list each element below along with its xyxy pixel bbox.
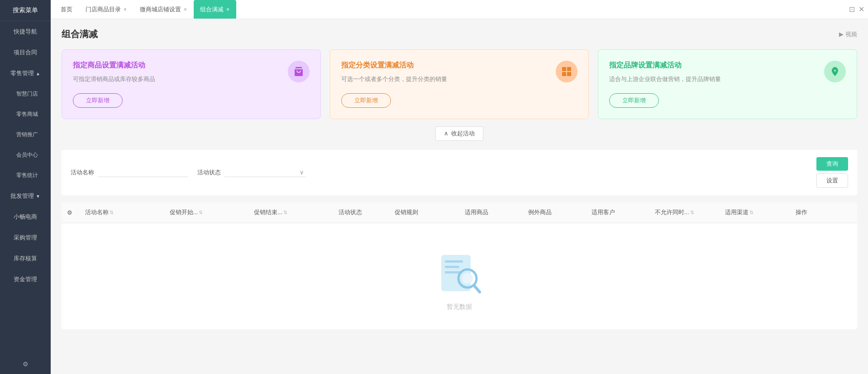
sidebar-item-label: 零售统计 [16,172,38,179]
sidebar-item-label: 会员中心 [16,151,38,159]
th-name: 活动名称 ⇅ [85,208,170,216]
brand-icon [824,61,846,82]
category-icon [556,61,577,82]
activity-name-input[interactable] [98,168,188,177]
svg-rect-4 [567,72,571,76]
page-content: 组合满减 ▶ 视频 指定商品设置满减活动 可指定滞销商品或库存较多商品 [51,19,868,374]
chevron-up-icon: ▲ [36,71,40,76]
sidebar-item-inventory-calc[interactable]: 库存核算 [0,248,51,269]
tab-combo-discount[interactable]: 组合满减 × [194,0,236,19]
close-tab-store-catalog[interactable]: × [124,6,127,13]
sidebar-item-wholesale-mgmt[interactable]: 批发管理 ▼ [0,186,51,206]
sidebar-item-label: 资金管理 [14,275,37,283]
sidebar-item-retail-mgmt[interactable]: 零售管理 ▲ [0,63,51,84]
sidebar-item-label: 零售商城 [16,110,38,118]
svg-rect-8 [445,271,461,273]
card-category-desc: 可选一个或者多个分类，提升分类的销量 [341,75,578,84]
tab-wechat-store-settings[interactable]: 微商城店铺设置 × [134,0,194,19]
th-goods: 适用商品 [465,208,528,216]
th-rule: 促销规则 [395,208,465,216]
card-brand: 指定品牌设置满减活动 适合与上游企业联合做营销，提升品牌销量 立即新增 [598,49,857,119]
play-icon: ▶ [839,31,844,38]
video-link[interactable]: ▶ 视频 [839,30,857,38]
gear-icon: ⚙ [67,209,72,216]
close-icon[interactable]: ✕ [858,5,864,14]
chevron-down-icon: ▼ [36,194,40,199]
filter-activity-name: 活动名称 [71,168,188,177]
sort-icon[interactable]: ⇅ [749,210,754,216]
card-brand-add-btn[interactable]: 立即新增 [609,93,659,108]
th-end: 促销结束... ⇅ [254,208,339,216]
sidebar-item-label: 库存核算 [14,254,37,263]
svg-line-10 [474,285,480,292]
sort-icon[interactable]: ⇅ [690,210,694,216]
sidebar-item-xiaoxi-ecom[interactable]: 小畅电商 [0,206,51,227]
th-notallow: 不允许同时... ⇅ [655,208,725,216]
sidebar-item-retail-stats[interactable]: 零售统计 [0,165,51,186]
card-category-add-btn[interactable]: 立即新增 [341,93,391,108]
filter-row: 活动名称 活动状态 ∨ 查询 设置 [62,150,857,195]
page-header: 组合满减 ▶ 视频 [62,28,857,40]
expand-icon[interactable]: ⊡ [849,5,855,14]
card-goods-desc: 可指定滞销商品或库存较多商品 [73,75,310,84]
query-button[interactable]: 查询 [816,157,848,171]
sidebar-item-member-center[interactable]: 会员中心 [0,145,51,165]
activity-table: ⚙ 活动名称 ⇅ 促销开始... ⇅ 促销结束... ⇅ 活动状态 [62,202,857,329]
chevron-up-icon: ∧ [444,130,448,137]
activity-status-select[interactable]: ∨ [224,168,306,177]
filter-buttons: 查询 设置 [816,157,848,188]
window-controls: ⊡ ✕ [849,5,864,14]
settings-icon[interactable]: ⚙ [0,354,51,374]
sidebar-item-label: 采购管理 [14,234,37,242]
sort-icon[interactable]: ⇅ [283,210,287,216]
svg-rect-3 [562,72,566,76]
th-customer: 适用客户 [591,208,655,216]
card-category-title: 指定分类设置满减活动 [341,61,578,70]
sidebar-item-capital-mgmt[interactable]: 资金管理 [0,269,51,290]
th-channel: 适用渠道 ⇅ [725,208,795,216]
svg-point-11 [462,273,473,284]
close-tab-combo-discount[interactable]: × [226,6,229,13]
card-brand-desc: 适合与上游企业联合做营销，提升品牌销量 [609,75,846,84]
card-goods-title: 指定商品设置满减活动 [73,61,310,70]
collapse-activities-btn[interactable]: ∧ 收起活动 [435,126,483,141]
sidebar-item-marketing[interactable]: 营销推广 [0,125,51,145]
svg-rect-1 [562,67,566,71]
sidebar-item-label: 快捷导航 [14,28,37,36]
sidebar-item-smart-store[interactable]: 智慧门店 [0,84,51,104]
sidebar-search[interactable]: 搜索菜单 [0,0,51,21]
empty-text: 暂无数据 [447,303,472,311]
th-settings[interactable]: ⚙ [67,209,85,216]
sort-icon[interactable]: ⇅ [199,210,203,216]
sidebar-item-quick-nav[interactable]: 快捷导航 [0,21,51,42]
tab-home[interactable]: 首页 [54,0,79,19]
tab-bar: 首页 门店商品目录 × 微商城店铺设置 × 组合满减 × ⊡ ✕ [51,0,868,19]
sidebar-item-label: 零售管理 [10,69,34,77]
close-tab-wechat-store[interactable]: × [184,6,187,13]
svg-rect-7 [445,266,459,268]
sidebar-item-label: 项目合同 [14,48,37,57]
th-exclude: 例外商品 [528,208,591,216]
card-goods: 指定商品设置满减活动 可指定滞销商品或库存较多商品 立即新增 [62,49,321,119]
th-action: 操作 [796,208,852,216]
card-category: 指定分类设置满减活动 可选一个或者多个分类，提升分类的销量 立即新增 [330,49,589,119]
card-goods-add-btn[interactable]: 立即新增 [73,93,123,108]
activity-name-label: 活动名称 [71,168,94,177]
chevron-down-icon: ∨ [300,169,304,176]
sidebar-item-purchase-mgmt[interactable]: 采购管理 [0,227,51,248]
setting-button[interactable]: 设置 [816,173,848,188]
filter-activity-status: 活动状态 ∨ [197,168,306,177]
sidebar-item-label: 批发管理 [10,192,34,200]
table-header: ⚙ 活动名称 ⇅ 促销开始... ⇅ 促销结束... ⇅ 活动状态 [62,202,857,223]
goods-icon [288,61,310,82]
sidebar-item-project-contract[interactable]: 项目合同 [0,42,51,63]
collapse-bar: ∧ 收起活动 [62,126,857,141]
empty-state: 暂无数据 [62,223,857,329]
sort-icon[interactable]: ⇅ [110,210,114,216]
tab-store-catalog[interactable]: 门店商品目录 × [79,0,134,19]
page-title: 组合满减 [62,28,98,40]
card-brand-title: 指定品牌设置满减活动 [609,61,846,70]
sidebar-item-retail-mall[interactable]: 零售商城 [0,104,51,125]
svg-rect-2 [567,67,571,71]
svg-rect-6 [445,260,463,263]
